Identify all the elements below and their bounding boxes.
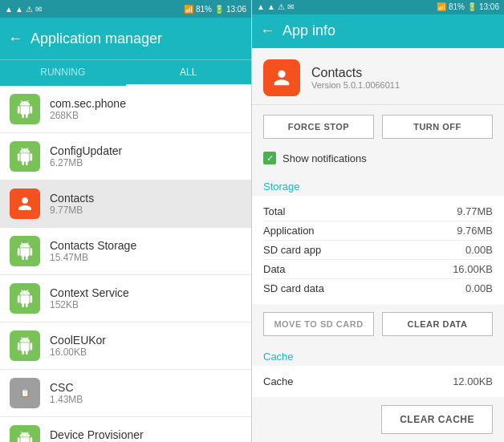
notifications-label: Show notifications bbox=[282, 152, 367, 164]
right-status-right: 📶 81% 🔋 13:06 bbox=[437, 2, 499, 11]
app-size: 268KB bbox=[50, 110, 242, 121]
left-panel: ▲ ▲ ⚠ ✉ 📶 81% 🔋 13:06 ← Application mana… bbox=[0, 0, 252, 442]
storage-row-sdcard-data: SD card data 0.00B bbox=[263, 279, 493, 298]
force-stop-button[interactable]: FORCE STOP bbox=[263, 115, 374, 139]
cache-value: 12.00KB bbox=[453, 375, 493, 387]
detail-app-icon bbox=[263, 59, 300, 96]
right-status-icons: ▲ ▲ ⚠ ✉ bbox=[257, 2, 294, 11]
app-info: Device Provisioner 752KB bbox=[50, 428, 242, 442]
app-size: 6.27MB bbox=[50, 157, 242, 168]
warning-icon-2: ▲ bbox=[267, 2, 275, 11]
turn-off-button[interactable]: TURN OFF bbox=[382, 115, 493, 139]
left-header: ← Application manager bbox=[0, 18, 251, 59]
list-item[interactable]: 📋 CSC 1.43MB bbox=[0, 370, 251, 417]
app-size: 15.47MB bbox=[50, 252, 242, 263]
list-item[interactable]: Contacts Storage 15.47MB bbox=[0, 228, 251, 275]
cache-section-title: Cache bbox=[252, 344, 504, 366]
storage-label: Total bbox=[263, 205, 285, 217]
storage-actions: MOVE TO SD CARD CLEAR DATA bbox=[252, 304, 504, 344]
list-item-selected[interactable]: Contacts 9.77MB bbox=[0, 180, 251, 228]
envelope-icon: ✉ bbox=[35, 5, 42, 14]
app-size: 152KB bbox=[50, 299, 242, 310]
storage-value: 0.00B bbox=[465, 282, 493, 294]
app-icon-android bbox=[10, 283, 40, 314]
storage-label: SD card data bbox=[263, 282, 324, 294]
battery-icon: 🔋 bbox=[467, 2, 477, 11]
storage-value: 16.00KB bbox=[453, 263, 493, 275]
app-icon-csc: 📋 bbox=[10, 378, 40, 408]
storage-label: Application bbox=[263, 225, 315, 237]
app-icon-android bbox=[10, 141, 40, 172]
right-header: ← App info bbox=[252, 14, 504, 48]
cache-label: Cache bbox=[263, 375, 294, 387]
detail-app-version: Version 5.0.1.0066011 bbox=[311, 80, 400, 90]
wifi-icon: 📶 bbox=[437, 2, 446, 11]
action-buttons: FORCE STOP TURN OFF bbox=[252, 105, 504, 148]
warning-icon-2: ▲ bbox=[15, 5, 23, 14]
app-icon-android bbox=[10, 330, 40, 361]
app-icon-android bbox=[10, 236, 40, 266]
detail-app-name: Contacts bbox=[311, 66, 400, 80]
app-size: 1.43MB bbox=[50, 394, 242, 405]
clear-cache-button[interactable]: CLEAR CACHE bbox=[381, 405, 493, 434]
app-info: Context Service 152KB bbox=[50, 286, 242, 310]
app-detail-header: Contacts Version 5.0.1.0066011 bbox=[252, 48, 504, 105]
battery-icon: 🔋 bbox=[214, 5, 224, 14]
storage-label: SD card app bbox=[263, 244, 321, 256]
battery-percent: 81% bbox=[196, 5, 212, 14]
storage-row-total: Total 9.77MB bbox=[263, 202, 493, 221]
left-status-bar: ▲ ▲ ⚠ ✉ 📶 81% 🔋 13:06 bbox=[0, 0, 251, 18]
app-size: 9.77MB bbox=[50, 205, 242, 216]
app-name: ConfigUpdater bbox=[50, 144, 242, 157]
time-display: 13:06 bbox=[479, 2, 499, 11]
tab-running[interactable]: RUNNING bbox=[0, 60, 126, 86]
move-to-sd-button[interactable]: MOVE TO SD CARD bbox=[263, 312, 374, 336]
warning-icon: ▲ bbox=[5, 5, 13, 14]
app-icon-contacts bbox=[10, 189, 40, 219]
tab-all[interactable]: ALL bbox=[126, 60, 252, 86]
app-icon-android bbox=[10, 94, 40, 124]
envelope-icon: ✉ bbox=[287, 2, 294, 11]
list-item[interactable]: CoolEUKor 16.00KB bbox=[0, 322, 251, 370]
left-status-icons: ▲ ▲ ⚠ ✉ bbox=[5, 5, 42, 14]
notifications-checkbox[interactable]: ✓ bbox=[263, 152, 276, 164]
app-name: Contacts bbox=[50, 192, 242, 205]
alert-icon: ⚠ bbox=[278, 2, 285, 11]
storage-row-data: Data 16.00KB bbox=[263, 260, 493, 279]
cache-row: Cache 12.00KB bbox=[263, 372, 493, 391]
app-info: CoolEUKor 16.00KB bbox=[50, 334, 242, 358]
detail-app-info: Contacts Version 5.0.1.0066011 bbox=[311, 66, 400, 90]
app-info: com.sec.phone 268KB bbox=[50, 97, 242, 121]
cache-section: Cache 12.00KB bbox=[252, 366, 504, 397]
app-info: Contacts Storage 15.47MB bbox=[50, 239, 242, 263]
app-name: com.sec.phone bbox=[50, 97, 242, 110]
app-name: CoolEUKor bbox=[50, 334, 242, 347]
alert-icon: ⚠ bbox=[26, 5, 33, 14]
cache-actions: CLEAR CACHE bbox=[252, 397, 504, 442]
right-status-bar: ▲ ▲ ⚠ ✉ 📶 81% 🔋 13:06 bbox=[252, 0, 504, 14]
app-name: Contacts Storage bbox=[50, 239, 242, 252]
time-display: 13:06 bbox=[226, 5, 246, 14]
app-info: ConfigUpdater 6.27MB bbox=[50, 144, 242, 168]
app-size: 16.00KB bbox=[50, 347, 242, 358]
app-info: CSC 1.43MB bbox=[50, 381, 242, 405]
app-icon-android bbox=[10, 425, 40, 442]
wifi-icon: 📶 bbox=[184, 5, 193, 14]
clear-data-button[interactable]: CLEAR DATA bbox=[382, 312, 493, 336]
app-name: Device Provisioner bbox=[50, 428, 242, 441]
storage-row-application: Application 9.76MB bbox=[263, 221, 493, 241]
list-item[interactable]: Device Provisioner 752KB bbox=[0, 417, 251, 442]
storage-value: 0.00B bbox=[465, 244, 493, 256]
list-item[interactable]: ConfigUpdater 6.27MB bbox=[0, 133, 251, 180]
back-button[interactable]: ← bbox=[8, 30, 22, 47]
list-item[interactable]: Context Service 152KB bbox=[0, 275, 251, 322]
list-item[interactable]: com.sec.phone 268KB bbox=[0, 86, 251, 133]
storage-section-title: Storage bbox=[252, 174, 504, 196]
left-status-right: 📶 81% 🔋 13:06 bbox=[184, 5, 246, 14]
storage-label: Data bbox=[263, 263, 285, 275]
app-name: CSC bbox=[50, 381, 242, 394]
back-button[interactable]: ← bbox=[260, 22, 274, 39]
battery-percent: 81% bbox=[449, 2, 465, 11]
page-title: Application manager bbox=[30, 30, 162, 47]
tab-bar: RUNNING ALL bbox=[0, 59, 251, 86]
